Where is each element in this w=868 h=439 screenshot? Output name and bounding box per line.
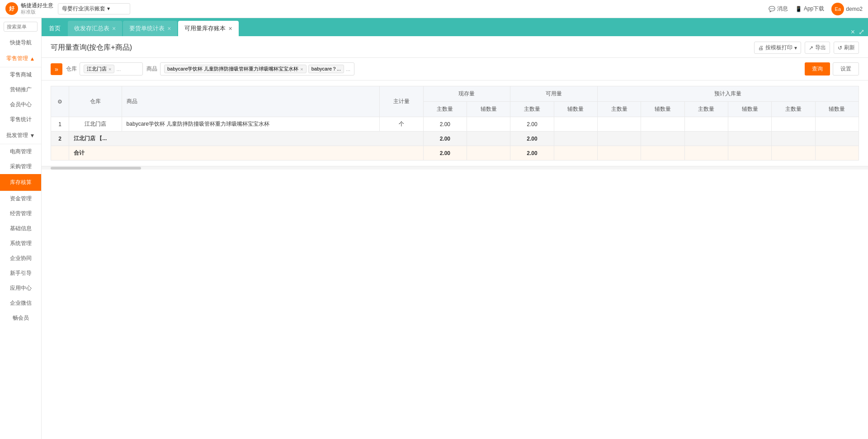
warehouse-tag: 江北门店 × bbox=[84, 65, 114, 73]
user-area[interactable]: Ea demo2 bbox=[831, 3, 863, 15]
product-filter-group: 商品 babycare学饮杯 儿童防摔防撞吸管杯重力球吸嘴杯宝宝水杯 × bab… bbox=[146, 62, 354, 76]
avatar: Ea bbox=[831, 3, 844, 15]
product-more-dots: ... bbox=[346, 66, 350, 72]
sidebar-item-retail-stats[interactable]: 零售统计 bbox=[0, 112, 41, 127]
footer-product-main bbox=[772, 146, 815, 160]
tab-close-all-icon[interactable]: × bbox=[851, 28, 855, 36]
product-filter-label: 商品 bbox=[146, 65, 157, 73]
query-button[interactable]: 查询 bbox=[805, 62, 830, 76]
tab-order-stats[interactable]: 要货单统计表 × bbox=[123, 21, 177, 36]
table-row: 1 江北门店 babycare学饮杯 儿童防摔防撞吸管杯重力球吸嘴杯宝宝水杯 个… bbox=[51, 117, 859, 132]
col-purchase-transit-main: 主数量 bbox=[597, 102, 641, 117]
app-download-btn[interactable]: 📱 App下载 bbox=[795, 5, 824, 13]
subtotal-num: 2 bbox=[51, 132, 69, 146]
message-btn[interactable]: 💬 消息 bbox=[769, 5, 788, 13]
footer-inbound-main bbox=[684, 146, 728, 160]
col-avail-aux-qty: 辅数量 bbox=[554, 102, 597, 117]
refresh-icon: ↺ bbox=[838, 45, 842, 51]
warehouse-tag-remove[interactable]: × bbox=[108, 66, 111, 72]
subtotal-avail-aux bbox=[554, 132, 597, 146]
print-chevron-icon: ▾ bbox=[794, 45, 797, 51]
main-layout: 快捷导航 零售管理 ▲ 零售商城 营销推广 会员中心 零售统计 批发管理 ▼ 电… bbox=[0, 18, 868, 439]
app-icon: 📱 bbox=[795, 6, 802, 12]
cell-inbound-pending-aux bbox=[728, 117, 771, 132]
tab-available-inventory[interactable]: 可用量库存账本 × bbox=[178, 21, 238, 36]
col-product-pending-aux: 辅数量 bbox=[815, 102, 859, 117]
top-bar-left: 好 畅捷通好生意 标准版 母婴行业演示账套 ▾ bbox=[5, 2, 130, 15]
sidebar-item-marketing[interactable]: 营销推广 bbox=[0, 82, 41, 97]
col-product: 商品 bbox=[122, 86, 380, 117]
subtotal-current-main: 2.00 bbox=[423, 132, 467, 146]
col-inbound-pending-aux: 辅数量 bbox=[728, 102, 771, 117]
subtotal-inbound-aux bbox=[728, 132, 771, 146]
sidebar-item-quick-nav[interactable]: 快捷导航 bbox=[0, 35, 41, 50]
footer-row: 合计 2.00 2.00 bbox=[51, 146, 859, 160]
sidebar-item-purchase[interactable]: 采购管理 bbox=[0, 159, 41, 174]
sidebar-item-retail-mall[interactable]: 零售商城 bbox=[0, 67, 41, 82]
page-header: 可用量查询(按仓库+商品) 🖨 按模板打印 ▾ ↗ 导出 ↺ bbox=[42, 36, 868, 58]
tab-income-summary[interactable]: 收发存汇总表 × bbox=[68, 21, 122, 36]
footer-label: 合计 bbox=[69, 146, 424, 160]
sidebar-search-area bbox=[0, 18, 41, 35]
settings-gear-icon[interactable]: ⚙ bbox=[57, 99, 62, 105]
product-tag-1-remove[interactable]: × bbox=[300, 66, 303, 72]
tab-income-close-icon[interactable]: × bbox=[112, 25, 116, 32]
industry-selector[interactable]: 母婴行业演示账套 ▾ bbox=[58, 3, 130, 14]
refresh-btn[interactable]: ↺ 刷新 bbox=[834, 42, 859, 54]
cell-row-num: 1 bbox=[51, 117, 69, 132]
subtotal-row: 2 江北门店 【... 2.00 2.00 bbox=[51, 132, 859, 146]
setting-button[interactable]: 设置 bbox=[833, 62, 859, 76]
tab-expand-icon[interactable]: ⤢ bbox=[859, 28, 864, 36]
search-input[interactable] bbox=[4, 22, 38, 32]
page-content: 可用量查询(按仓库+商品) 🖨 按模板打印 ▾ ↗ 导出 ↺ bbox=[42, 36, 868, 439]
sidebar-item-system[interactable]: 系统管理 bbox=[0, 236, 41, 251]
sidebar-item-inventory[interactable]: 库存核算 bbox=[0, 174, 41, 191]
product-filter-input[interactable]: babycare学饮杯 儿童防摔防撞吸管杯重力球吸嘴杯宝宝水杯 × babyca… bbox=[160, 62, 354, 76]
cell-avail-aux bbox=[554, 117, 597, 132]
col-inbound-pending-main: 主数量 bbox=[684, 102, 728, 117]
sidebar-item-enterprise-wechat[interactable]: 企业微信 bbox=[0, 296, 41, 311]
chevron-icon-wholesale: ▼ bbox=[30, 132, 35, 139]
sidebar-item-finance[interactable]: 资金管理 bbox=[0, 191, 41, 206]
warehouse-filter-input[interactable]: 江北门店 × ... bbox=[80, 62, 143, 76]
sidebar-item-operations[interactable]: 经营管理 bbox=[0, 206, 41, 221]
subtotal-inbound-main bbox=[684, 132, 728, 146]
industry-label: 母婴行业演示账套 bbox=[62, 5, 105, 13]
filter-toggle-btn[interactable]: » bbox=[51, 63, 62, 75]
footer-avail-aux bbox=[554, 146, 597, 160]
logo-icon: 好 bbox=[5, 2, 18, 15]
export-btn[interactable]: ↗ 导出 bbox=[805, 42, 830, 54]
print-label: 按模板打印 bbox=[765, 44, 793, 52]
filter-area: » 仓库 江北门店 × ... 商品 bbox=[42, 58, 868, 80]
tab-inventory-close-icon[interactable]: × bbox=[228, 25, 232, 32]
cell-main-unit: 个 bbox=[380, 117, 423, 132]
sidebar-item-new-guide[interactable]: 新手引导 bbox=[0, 266, 41, 281]
sidebar-item-retail-mgmt[interactable]: 零售管理 ▲ bbox=[0, 50, 41, 67]
col-product-pending-main: 主数量 bbox=[772, 102, 815, 117]
export-icon: ↗ bbox=[809, 45, 813, 51]
cell-inbound-pending-main bbox=[684, 117, 728, 132]
content-area: 首页 收发存汇总表 × 要货单统计表 × 可用量库存账本 × × ⤢ bbox=[42, 18, 868, 439]
col-current-stock: 现存量 bbox=[423, 86, 510, 102]
logo-area: 好 畅捷通好生意 标准版 bbox=[5, 2, 53, 15]
page-title: 可用量查询(按仓库+商品) bbox=[51, 43, 132, 52]
sidebar-item-basic-info[interactable]: 基础信息 bbox=[0, 221, 41, 236]
tab-home[interactable]: 首页 bbox=[42, 21, 68, 36]
subtotal-current-aux bbox=[467, 132, 510, 146]
inventory-table: ⚙ 仓库 商品 主计量 现存量 可用量 预计入库量 主数量 bbox=[51, 86, 859, 160]
sidebar-item-app-center[interactable]: 应用中心 bbox=[0, 281, 41, 296]
sidebar-item-vip-member[interactable]: 畅会员 bbox=[0, 311, 41, 326]
message-label: 消息 bbox=[777, 5, 788, 13]
footer-empty1 bbox=[51, 146, 69, 160]
export-label: 导出 bbox=[815, 44, 826, 52]
tab-bar-right: × ⤢ bbox=[851, 28, 868, 36]
print-template-btn[interactable]: 🖨 按模板打印 ▾ bbox=[754, 42, 801, 54]
sidebar-item-wholesale-mgmt[interactable]: 批发管理 ▼ bbox=[0, 127, 41, 144]
horizontal-scrollbar[interactable] bbox=[51, 167, 141, 170]
sidebar-item-ecommerce[interactable]: 电商管理 bbox=[0, 144, 41, 159]
sidebar-item-enterprise-collab[interactable]: 企业协同 bbox=[0, 251, 41, 266]
cell-avail-main: 2.00 bbox=[510, 117, 554, 132]
sidebar-item-member-center[interactable]: 会员中心 bbox=[0, 97, 41, 112]
product-tag-2: babycare？... bbox=[308, 65, 344, 73]
tab-order-close-icon[interactable]: × bbox=[167, 25, 171, 32]
